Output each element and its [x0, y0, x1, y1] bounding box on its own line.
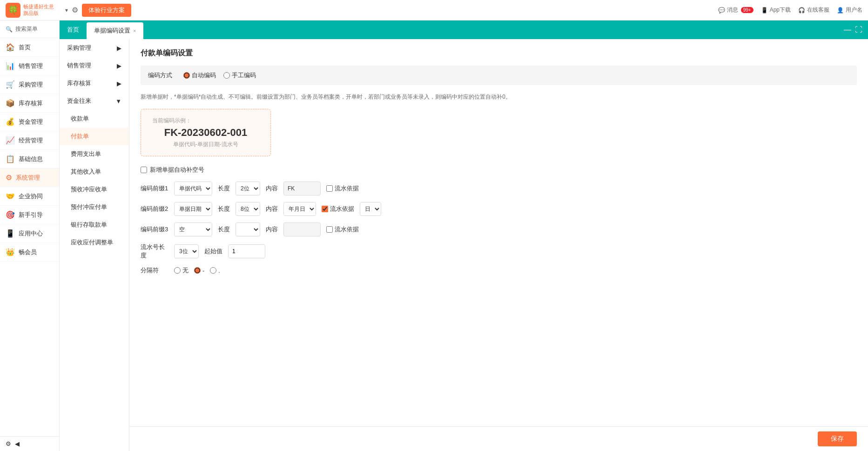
auto-encode-radio[interactable]: [183, 72, 190, 79]
stream2-checkbox-label[interactable]: 流水依据: [322, 205, 354, 213]
second-nav-expense[interactable]: 费用支出单: [60, 145, 129, 163]
main-area: 首页 单据编码设置 × — ⛶ 采购管理 ▶ 销售管理: [60, 20, 868, 451]
app-logo: 🍀 畅捷通好生意 旗品版: [6, 3, 65, 18]
preview-code: FK-20230602-001: [152, 127, 259, 139]
minimize-icon[interactable]: —: [844, 26, 851, 34]
sidebar-item-operations[interactable]: 📈 经营管理: [0, 131, 59, 150]
content2-select[interactable]: 年月日 年月 年: [283, 202, 316, 216]
sidebar-item-purchase[interactable]: 🛒 采购管理: [0, 75, 59, 94]
stream2-label: 流水依据: [330, 205, 354, 213]
sep-dash-label: -: [202, 267, 204, 274]
sep-dot-option[interactable]: .: [210, 267, 220, 274]
purchase-icon: 🛒: [6, 80, 15, 89]
sep-dash-option[interactable]: -: [194, 267, 204, 274]
manual-encode-radio[interactable]: [223, 72, 230, 79]
sep-none-option[interactable]: 无: [174, 266, 188, 275]
second-nav-inventory[interactable]: 库存核算 ▶: [60, 74, 129, 92]
headset-icon: 🎧: [798, 7, 805, 13]
prefix2-select[interactable]: 单据日期 单据代码 空: [174, 202, 212, 216]
trial-button[interactable]: 体验行业方案: [82, 4, 131, 17]
system-icon: ⚙: [6, 173, 12, 182]
content-body: 付款单编码设置 编码方式 自动编码 手工编码: [129, 39, 868, 426]
stream1-checkbox[interactable]: [326, 185, 333, 192]
app-download-item[interactable]: 📱 App下载: [761, 6, 791, 14]
content2-label: 内容: [266, 205, 278, 213]
message-icon: 💬: [718, 7, 725, 13]
sidebar-item-member-label: 畅会员: [19, 248, 37, 256]
sidebar-item-guide[interactable]: 🎯 新手引导: [0, 206, 59, 224]
settings-bottom-icon[interactable]: ⚙: [6, 440, 11, 447]
collapse-icon[interactable]: ◀: [15, 440, 20, 447]
sidebar-item-system[interactable]: ⚙ 系统管理: [0, 168, 59, 187]
second-nav-purchase[interactable]: 采购管理 ▶: [60, 39, 129, 57]
stream3-checkbox-label[interactable]: 流水依据: [326, 225, 359, 234]
search-icon: 🔍: [6, 26, 13, 33]
sep-dash-radio[interactable]: [194, 267, 201, 274]
chevron-right-icon-3: ▶: [117, 80, 121, 87]
start-value-input[interactable]: [228, 244, 265, 258]
sidebar-item-home[interactable]: 🏠 首页: [0, 38, 59, 57]
stream3-checkbox[interactable]: [326, 226, 333, 233]
form-row-prefix2: 编码前缀2 单据日期 单据代码 空 长度 8位 2位 4位 6位: [141, 202, 857, 216]
sep-dot-radio[interactable]: [210, 267, 216, 274]
sidebar-item-finance[interactable]: 💰 资金管理: [0, 113, 59, 131]
chevron-right-icon-2: ▶: [117, 62, 121, 69]
content-right: 付款单编码设置 编码方式 自动编码 手工编码: [129, 39, 868, 451]
prefix3-select[interactable]: 空 单据代码 单据日期: [174, 222, 212, 236]
sidebar-item-inventory[interactable]: 📦 库存核算: [0, 94, 59, 113]
second-nav-ap-adjust[interactable]: 应收应付调整单: [60, 234, 129, 251]
tab-home-label: 首页: [67, 26, 79, 34]
manual-encode-option[interactable]: 手工编码: [223, 71, 256, 80]
length2-select[interactable]: 8位 2位 4位 6位: [236, 202, 260, 216]
second-nav-prepay-pay[interactable]: 预付冲应付单: [60, 198, 129, 216]
content1-label: 内容: [266, 184, 278, 193]
content3-value: [283, 222, 321, 236]
avatar: 👤: [837, 7, 844, 13]
user-avatar[interactable]: 👤 用户名: [837, 6, 862, 14]
member-icon: 👑: [6, 248, 15, 256]
auto-encode-option[interactable]: 自动编码: [183, 71, 216, 80]
second-nav-payment[interactable]: 付款单: [60, 128, 129, 145]
message-item[interactable]: 💬 消息 99+: [718, 6, 754, 14]
second-nav-other-income[interactable]: 其他收入单: [60, 163, 129, 181]
length1-select[interactable]: 2位 4位 6位 8位: [236, 182, 260, 195]
stream3-label: 流水依据: [335, 225, 359, 234]
start-value-label: 起始值: [204, 247, 222, 256]
save-button[interactable]: 保存: [818, 431, 857, 446]
second-nav-prepay-receive[interactable]: 预收冲应收单: [60, 181, 129, 198]
sidebar-bottom: ⚙ ◀: [0, 436, 59, 451]
online-service-item[interactable]: 🎧 在线客服: [798, 6, 829, 14]
expand-icon[interactable]: ⛶: [855, 26, 862, 34]
preview-label: 当前编码示例：: [152, 117, 259, 125]
second-nav-receipt[interactable]: 收款单: [60, 110, 129, 128]
stream2-checkbox[interactable]: [322, 206, 328, 212]
sep-none-radio[interactable]: [174, 267, 181, 274]
auto-fill-checkbox[interactable]: [141, 167, 147, 173]
gear-icon[interactable]: ⚙: [72, 6, 78, 14]
second-nav-capital[interactable]: 资金往来 ▼: [60, 92, 129, 110]
inventory-icon: 📦: [6, 99, 15, 108]
length3-select[interactable]: 2位: [236, 222, 260, 236]
stream1-checkbox-label[interactable]: 流水依据: [326, 184, 359, 193]
logo-icon: 🍀: [6, 3, 20, 18]
tab-home[interactable]: 首页: [60, 20, 87, 39]
second-nav-sales[interactable]: 销售管理 ▶: [60, 57, 129, 74]
chevron-down-icon[interactable]: ▾: [65, 7, 68, 13]
sidebar-item-sales[interactable]: 📊 销售管理: [0, 57, 59, 75]
sidebar-item-coop[interactable]: 🤝 企业协同: [0, 187, 59, 206]
tab-close-icon[interactable]: ×: [133, 28, 136, 34]
tab-encoding-settings[interactable]: 单据编码设置 ×: [87, 22, 143, 39]
sidebar-item-apps[interactable]: 📱 应用中心: [0, 224, 59, 243]
serial-length-label: 流水号长度: [141, 243, 168, 260]
stream1-label: 流水依据: [335, 184, 359, 193]
second-nav: 采购管理 ▶ 销售管理 ▶ 库存核算 ▶ 资金往来 ▼ 收款单: [60, 39, 129, 451]
stream2-unit-select[interactable]: 日 月 年: [360, 202, 381, 216]
sidebar-item-basic[interactable]: 📋 基础信息: [0, 150, 59, 168]
serial-length-select[interactable]: 3位 4位 5位: [174, 244, 199, 258]
second-nav-bank-deposit[interactable]: 银行存取款单: [60, 216, 129, 234]
form-row-serial: 流水号长度 3位 4位 5位 起始值: [141, 243, 857, 260]
sidebar-search[interactable]: 🔍 搜索菜单: [0, 20, 59, 38]
sidebar: 🔍 搜索菜单 🏠 首页 📊 销售管理 🛒 采购管理 📦 库存核算 💰 资金管理 …: [0, 20, 60, 451]
prefix1-select[interactable]: 单据代码 单据日期 空: [174, 182, 212, 195]
sidebar-item-member[interactable]: 👑 畅会员: [0, 243, 59, 262]
